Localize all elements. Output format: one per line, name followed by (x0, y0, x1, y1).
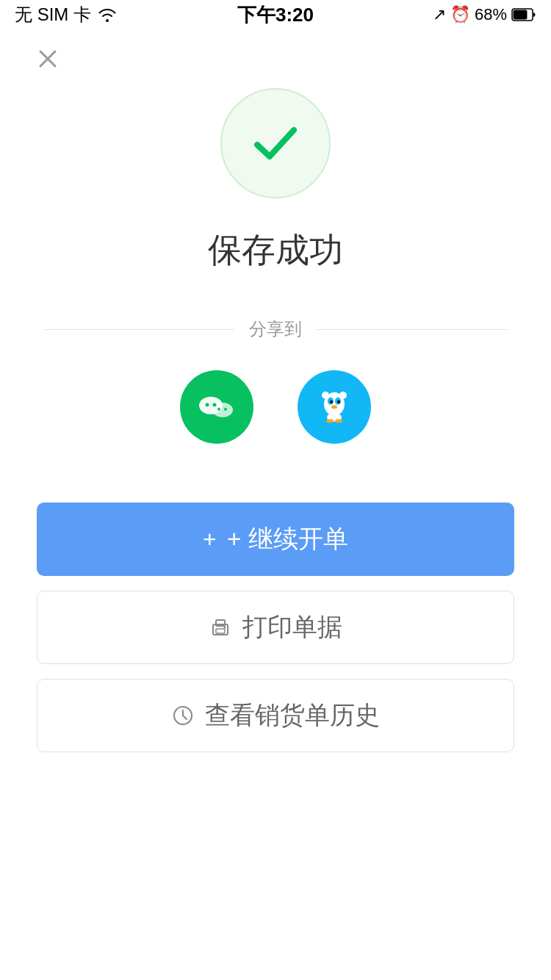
close-icon (36, 47, 60, 71)
wechat-icon (195, 385, 239, 429)
print-button[interactable]: 打印单据 (37, 591, 514, 664)
success-circle (220, 88, 331, 198)
check-icon (246, 114, 305, 173)
svg-point-8 (217, 408, 220, 411)
history-button[interactable]: 查看销货单历史 (37, 679, 514, 752)
svg-point-18 (339, 392, 347, 399)
print-icon (209, 616, 232, 639)
svg-point-6 (206, 403, 209, 407)
svg-point-15 (337, 400, 340, 403)
divider-left (44, 329, 234, 330)
svg-point-9 (224, 408, 227, 411)
continue-label: + 继续开单 (227, 522, 348, 556)
success-title: 保存成功 (208, 228, 343, 273)
status-right: ↗ ⏰ 68% (433, 5, 536, 24)
svg-point-16 (331, 406, 337, 409)
status-bar: 无 SIM 卡 下午3:20 ↗ ⏰ 68% (0, 0, 551, 29)
status-left: 无 SIM 卡 (15, 3, 118, 26)
qq-icon (312, 385, 356, 429)
print-label: 打印单据 (242, 610, 342, 644)
svg-point-7 (213, 403, 217, 407)
svg-point-14 (330, 400, 333, 403)
svg-rect-23 (216, 629, 225, 633)
svg-point-17 (322, 392, 329, 399)
svg-point-19 (326, 419, 334, 423)
location-icon: ↗ (433, 5, 446, 24)
svg-point-20 (335, 419, 342, 423)
qq-share-button[interactable] (298, 370, 371, 444)
alarm-icon: ⏰ (450, 5, 470, 24)
close-button[interactable] (29, 40, 66, 77)
status-time: 下午3:20 (237, 2, 314, 28)
action-buttons: + + 继续开单 打印单据 查看销货单历史 (0, 502, 551, 752)
continue-button[interactable]: + + 继续开单 (37, 502, 514, 576)
wechat-share-button[interactable] (180, 370, 253, 444)
share-icons (180, 370, 371, 444)
wifi-icon (97, 7, 118, 22)
history-icon (171, 704, 195, 727)
svg-point-24 (224, 627, 226, 629)
battery-percent: 68% (475, 5, 507, 24)
svg-rect-1 (514, 10, 527, 20)
share-divider: 分享到 (0, 317, 551, 341)
main-content: 保存成功 分享到 (0, 29, 551, 752)
battery-icon (511, 8, 536, 21)
sim-status: 无 SIM 卡 (15, 3, 91, 26)
plus-icon: + (203, 526, 217, 553)
divider-right (317, 329, 507, 330)
share-label: 分享到 (234, 317, 317, 341)
history-label: 查看销货单历史 (205, 699, 380, 732)
